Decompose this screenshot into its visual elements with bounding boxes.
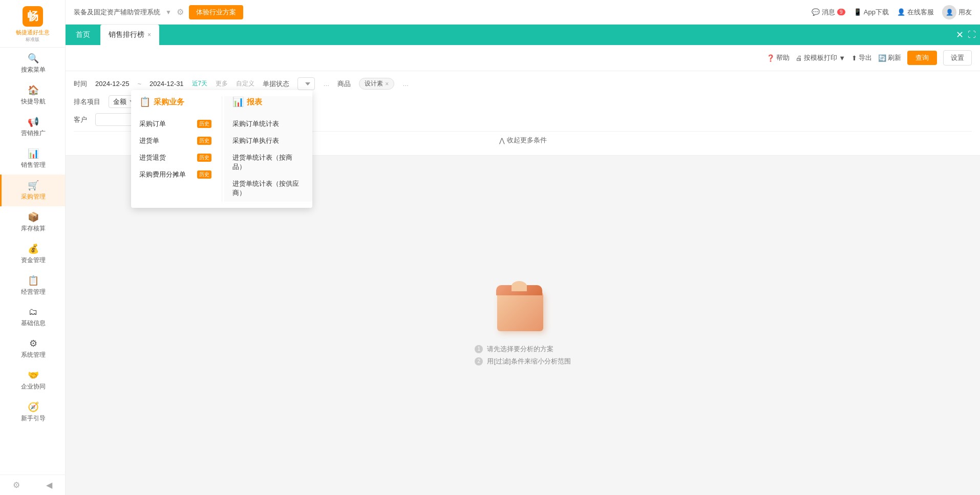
industry-btn[interactable]: 体验行业方案 [189, 5, 243, 19]
date-7day[interactable]: 近7天 [192, 79, 208, 88]
enterprise-icon: 🤝 [28, 370, 39, 381]
date-custom[interactable]: 自定义 [236, 79, 254, 88]
report-col-icon: 📊 [232, 96, 244, 107]
dropdown-item-inbound-supplier[interactable]: 进货单统计表（按供应商） [232, 176, 305, 202]
online-service-label: 在线客服 [907, 8, 934, 17]
sidebar-logo: 畅 畅捷通好生意 标准版 [0, 0, 65, 48]
history-badge: 历史 [197, 120, 211, 128]
user-action[interactable]: 👤 用友 [942, 5, 972, 19]
sidebar-item-enterprise[interactable]: 🤝 企业协同 [0, 364, 65, 396]
customer-label: 客户 [74, 115, 87, 124]
dropdown-item-purchase-order[interactable]: 采购订单 历史 [139, 116, 211, 133]
tab-home[interactable]: 首页 [66, 25, 100, 45]
sidebar-item-sales[interactable]: 📊 销售管理 [0, 143, 65, 175]
rank-label: 排名项目 [74, 97, 100, 106]
empty-texts: 1 请先选择要分析的方案 2 用[过滤]条件来缩小分析范围 [475, 345, 570, 366]
newbie-icon: 🧭 [28, 401, 39, 413]
sidebar-label: 库存核算 [21, 224, 46, 233]
system-title: 装备及固定资产辅助管理系统 [74, 8, 160, 17]
logo-title: 畅捷通好生意 [16, 29, 50, 36]
dropdown-item-expense[interactable]: 采购费用分摊单 历史 [139, 166, 211, 183]
settings-button[interactable]: 设置 [943, 50, 972, 66]
export-icon: ⬆ [851, 54, 857, 62]
header-actions: 💬 消息 9 📱 App下载 👤 在线客服 👤 用友 [812, 5, 972, 19]
phone-icon: 📱 [854, 8, 862, 16]
history-badge-4: 历史 [197, 170, 211, 179]
print-button[interactable]: 🖨 按模板打印 ▼ [796, 53, 845, 62]
settings-button[interactable]: ⚙ [13, 480, 20, 490]
help-button[interactable]: ❓ 帮助 [766, 53, 790, 62]
purchase-icon: 🛒 [28, 180, 39, 191]
date-more[interactable]: 更多 [216, 79, 228, 88]
sidebar-label: 系统管理 [21, 351, 46, 359]
tab-sales-rank[interactable]: 销售排行榜 × [100, 25, 159, 45]
inventory-icon: 📦 [28, 211, 39, 223]
sales-icon: 📊 [28, 148, 39, 159]
refresh-icon: 🔄 [878, 54, 886, 62]
message-label: 消息 [822, 8, 835, 17]
toolbar: ❓ 帮助 🖨 按模板打印 ▼ ⬆ 导出 🔄 刷新 查询 设置 [66, 45, 980, 71]
home-icon: 🏠 [28, 84, 39, 96]
tab-bar: 首页 销售排行榜 × ✕ ⛶ [66, 25, 980, 45]
user-label: 用友 [958, 8, 972, 17]
chevron-down-icon[interactable]: ▼ [165, 9, 172, 16]
sidebar-item-inventory[interactable]: 📦 库存核算 [0, 206, 65, 238]
logo-badge: 标准版 [26, 36, 39, 43]
query-button[interactable]: 查询 [907, 51, 937, 65]
history-badge-2: 历史 [197, 137, 211, 145]
top-header: 装备及固定资产辅助管理系统 ▼ ⚙ 体验行业方案 💬 消息 9 📱 App下载 … [66, 0, 980, 25]
dropdown-item-return[interactable]: 进货退货 历史 [139, 149, 211, 166]
avatar: 👤 [942, 5, 956, 19]
goods-more[interactable]: … [402, 80, 409, 88]
main-area: 装备及固定资产辅助管理系统 ▼ ⚙ 体验行业方案 💬 消息 9 📱 App下载 … [66, 0, 980, 495]
sidebar: 畅 畅捷通好生意 标准版 🔍 搜索菜单 🏠 快捷导航 📢 营销推广 📊 销售管理… [0, 0, 66, 495]
app-download-action[interactable]: 📱 App下载 [854, 8, 889, 17]
sidebar-item-search[interactable]: 🔍 搜索菜单 [0, 48, 65, 79]
sidebar-footer: ⚙ ◀ [0, 475, 65, 495]
status-select[interactable] [297, 77, 315, 90]
sidebar-label: 营销推广 [21, 129, 46, 138]
sidebar-nav: 🔍 搜索菜单 🏠 快捷导航 📢 营销推广 📊 销售管理 🛒 采购管理 📦 库存核… [0, 48, 65, 475]
toolbar-right: ❓ 帮助 🖨 按模板打印 ▼ ⬆ 导出 🔄 刷新 查询 设置 [766, 50, 972, 66]
sidebar-label: 企业协同 [21, 382, 46, 391]
date-label: 时间 [74, 79, 87, 89]
print-icon: 🖨 [796, 54, 802, 62]
sidebar-label: 搜索菜单 [21, 66, 46, 74]
report-col-label: 报表 [247, 97, 262, 107]
home-tab-label: 首页 [76, 30, 90, 39]
online-service-action[interactable]: 👤 在线客服 [897, 8, 934, 17]
finance-icon: 💰 [28, 243, 39, 254]
sidebar-item-marketing[interactable]: 📢 营销推广 [0, 111, 65, 143]
purchase-dropdown-menu: 📋 采购业务 采购订单 历史 进货单 历史 进货退货 历史 采购费用分摊单 [131, 90, 312, 208]
sidebar-item-system[interactable]: ⚙ 系统管理 [0, 333, 65, 364]
export-button[interactable]: ⬆ 导出 [851, 53, 872, 62]
sidebar-label: 销售管理 [21, 161, 46, 169]
dropdown-item-inbound-goods[interactable]: 进货单统计表（按商品） [232, 149, 305, 176]
sidebar-label: 基础信息 [21, 319, 46, 328]
sidebar-item-operation[interactable]: 📋 经营管理 [0, 270, 65, 302]
sidebar-item-quicknav[interactable]: 🏠 快捷导航 [0, 79, 65, 111]
goods-tag-remove[interactable]: × [385, 80, 389, 88]
sidebar-label: 经营管理 [21, 288, 46, 296]
sidebar-item-basic[interactable]: 🗂 基础信息 [0, 302, 65, 333]
refresh-button[interactable]: 🔄 刷新 [878, 53, 901, 62]
collapse-button[interactable]: ◀ [46, 480, 52, 490]
dropdown-item-inbound[interactable]: 进货单 历史 [139, 133, 211, 149]
tab-window-close-icon[interactable]: ✕ [956, 29, 964, 40]
purchase-col-icon: 📋 [139, 96, 151, 107]
goods-label: 商品 [337, 79, 351, 89]
sidebar-item-newbie[interactable]: 🧭 新手引导 [0, 396, 65, 428]
tab-expand-icon[interactable]: ⛶ [968, 30, 976, 39]
status-more[interactable]: … [323, 80, 329, 88]
settings-gear-icon[interactable]: ⚙ [177, 7, 184, 17]
sidebar-item-purchase[interactable]: 🛒 采购管理 [0, 175, 65, 206]
search-icon: 🔍 [28, 53, 39, 64]
collapse-text: 收起更多条件 [507, 136, 547, 145]
goods-tag: 设计素 × [359, 78, 394, 90]
sidebar-item-finance[interactable]: 💰 资金管理 [0, 238, 65, 270]
dropdown-item-purchase-stat[interactable]: 采购订单统计表 [232, 116, 305, 133]
dropdown-item-purchase-exec[interactable]: 采购订单执行表 [232, 133, 305, 149]
message-action[interactable]: 💬 消息 9 [812, 8, 845, 17]
tab-close-icon[interactable]: × [147, 31, 151, 38]
tip-dot-1: 1 [475, 345, 483, 353]
